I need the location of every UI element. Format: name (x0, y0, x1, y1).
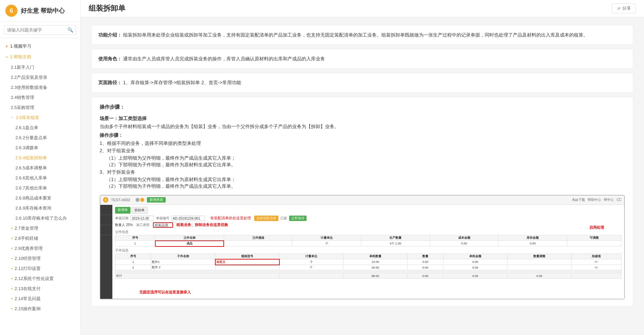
sw-code-label: 单据编号 (156, 216, 169, 221)
sidebar-item-data[interactable]: 2.3使用前数据准备 (0, 82, 80, 93)
sw-tab-disassemble[interactable]: 拆卸单 (131, 207, 148, 214)
page-title: 组装拆卸单 (89, 3, 125, 13)
sidebar-item-finance[interactable]: +2.7资金管理 (0, 223, 80, 233)
sidebar-item-stocktake[interactable]: 2.6.1盘点单 (0, 123, 80, 133)
sidebar-item-newbie[interactable]: 2.1新手入门 (0, 62, 80, 72)
sidebar-item-partial[interactable]: 2.6.2分量盘点单 (0, 133, 80, 143)
sw-topbar-id: TEST-H002 (111, 198, 130, 202)
topbar: 组装拆卸单 ↗ 分享 (80, 0, 644, 17)
logo-area: 6 好生意 帮助中心 (0, 0, 80, 22)
step2: 2、对于组装业务 (100, 148, 625, 154)
step3-sub1: （1）上部明细为父件明细，最终作为原材料生成其它出库单； (100, 177, 625, 183)
collapse-icon: − (5, 54, 8, 60)
sw-more-btns: 已新 (280, 216, 287, 221)
role-card: 使用角色： 通常由生产人员或库管人员完成拆装业务的操作，库管人员确认原材料的出库… (91, 49, 633, 69)
path-label: 页面路径： (98, 80, 122, 85)
content-area: 功能介绍： 组装拆卸单用来处理企业组装或拆卸等加工业务，支持有固定装配清单的产品… (80, 17, 644, 335)
path-text: 1、库存核算->库存管理->组装拆卸单 2、首页->常用功能 (123, 80, 241, 85)
search-input[interactable] (7, 27, 67, 33)
func-intro-label: 功能介绍： (98, 32, 122, 38)
sw-type-select[interactable]: 组装品用 (153, 222, 173, 228)
sw-tab-new[interactable]: 新增单 (115, 207, 130, 214)
sidebar: 6 好生意 帮助中心 🔍 + 1.视频学习 − 2.帮助文档 2.1新手入门 2… (0, 0, 80, 335)
annotation-label4: 无固定流序可以在这里直接录入 (139, 290, 191, 295)
sidebar-item-cost[interactable]: 2.6.5成本调整单 (0, 163, 80, 173)
search-area: 🔍 (0, 22, 80, 38)
sidebar-item-video[interactable]: + 1.视频学习 (0, 41, 80, 52)
sw-tab-bar: 新增单 拆卸单 (115, 207, 622, 214)
share-button[interactable]: ↗ 分享 (612, 3, 636, 13)
sidebar-item-faq[interactable]: +2.14常见问题 (0, 294, 80, 304)
role-label: 使用角色： (98, 56, 122, 61)
annotation-label2: 组装业务、拆卸业务在这里切换 (176, 222, 228, 227)
sidebar-item-other-in[interactable]: 2.6.6其他入库单 (0, 173, 80, 183)
share-icon: ↗ (617, 6, 621, 11)
sidebar-item-coupon[interactable]: +2.9优惠券管理 (0, 243, 80, 254)
sidebar-item-inventory[interactable]: − 2.6库存核算 (0, 113, 80, 123)
sw-btn-newadd: 新增单据 (147, 197, 166, 203)
sidebar-item-inv-error[interactable]: 2.6.10库存账本错了怎么办 (0, 213, 80, 223)
sw-nav-items: App下载 帮助中心 帮中心 CC (572, 198, 622, 202)
sw-qty-label: 数量人 25% (115, 223, 133, 227)
steps-card: 操作步骤： 场景一：加工类型选择 当由多个子件材料组装成一个成品的业务为【组装】… (91, 97, 633, 306)
steps-title: 操作步骤： (100, 104, 625, 110)
scenario1-title: 场景一：加工类型选择 (100, 116, 625, 122)
path-card: 页面路径： 1、库存核算->库存管理->组装拆卸单 2、首页->常用功能 (91, 73, 633, 93)
sw-date-label: 单据日期 (115, 216, 128, 221)
annotation-label1: 有装配清单的在这里处理 (210, 216, 251, 221)
sidebar-item-cost-calc[interactable]: 2.6.8商品成本重算 (0, 193, 80, 203)
sidebar-item-other-out[interactable]: 2.6.7其他出库单 (0, 183, 80, 193)
sidebar-item-cases[interactable]: +2.15操作案例 (0, 304, 80, 314)
collapse-icon-inventory: − (11, 115, 13, 120)
sw-upper-table-label: 父件信息 (115, 230, 622, 234)
sw-btn-select-list[interactable]: 选择装配清单 (254, 216, 278, 221)
expand-icon: + (5, 44, 8, 49)
sidebar-item-adjust[interactable]: 2.6.3调拨单 (0, 143, 80, 153)
role-text: 通常由生产人员或库管人员完成拆装业务的操作，库管人员确认原材料的出库和产成品的入… (123, 56, 325, 61)
sw-lower-table: 序号 子件名称 规格型号 计量单位 单耗数量 数量 单耗金额 数量调整 加减项 (115, 254, 622, 279)
sw-form-row2: 数量人 25% 加工类型 组装品用 组装业务、拆卸业务在这里切换 (115, 222, 622, 228)
sw-btn-save[interactable]: 立即保存 (289, 216, 307, 221)
sw-upper-table: 序号 父件名称 父件规格 计量单位 生产数量 成本金额 库存金额 可调整 (115, 235, 622, 247)
screenshot-container: 6 TEST-H002 新增单据 App下载 帮助中心 帮中心 CC (100, 195, 625, 299)
sw-dot1 (136, 198, 140, 202)
steps-sub-title: 操作步骤： (100, 132, 625, 138)
sidebar-item-sales[interactable]: 2.4销售管理 (0, 93, 80, 103)
annotation-label3: 启用处理 (589, 225, 604, 230)
sidebar-item-online-pay[interactable]: +2.13在线支付 (0, 284, 80, 294)
sidebar-item-assembly[interactable]: 2.6.4组装拆卸单 (0, 153, 80, 163)
step3: 3、对于拆装业务 (100, 169, 625, 175)
func-intro-card: 功能介绍： 组装拆卸单用来处理企业组装或拆卸等加工业务，支持有固定装配清单的产品… (91, 25, 633, 45)
step2-sub1: （1）上部明细为父件明细，最终作为产成品生成其它入库单； (100, 155, 625, 161)
step3-sub2: （2）下部明细为子件明细，最终作为产成品生成其它入库单。 (100, 183, 625, 189)
sidebar-item-system[interactable]: +2.12系统个性化设置 (0, 274, 80, 284)
step2-sub2: （2）下部明细为子件明细，最终作为原材料生成其它出库单。 (100, 162, 625, 168)
scenario1-desc: 当由多个子件材料组装成一个成品的业务为【组装】业务，当由一个父件拆分成多个子产品… (100, 124, 625, 130)
sw-type-select-label: 加工类型 (136, 223, 150, 227)
sw-code-value: AD-20191226-001 (171, 216, 205, 221)
logo-icon: 6 (5, 5, 17, 17)
sw-lower-table-label: 子件信息 (115, 248, 622, 253)
sw-dot2 (140, 198, 144, 202)
logo-text: 好生意 帮助中心 (21, 7, 65, 15)
nav-tree: + 1.视频学习 − 2.帮助文档 2.1新手入门 2.2产品安装及登录 2.3… (0, 38, 80, 335)
search-icon[interactable]: 🔍 (67, 27, 73, 33)
sw-date-value: 2019-12-26 (130, 216, 154, 221)
sw-sidebar (100, 205, 112, 299)
sw-logo: 6 (103, 197, 108, 203)
step1: 1、根据不同的业务，选择不同单据的类型来处理 (100, 141, 625, 147)
sidebar-item-mgmt[interactable]: +2.10经营管理 (0, 254, 80, 264)
main-area: 组装拆卸单 ↗ 分享 功能介绍： 组装拆卸单用来处理企业组装或拆卸等加工业务，支… (80, 0, 644, 335)
sidebar-item-purchase[interactable]: 2.5采购管理 (0, 103, 80, 113)
sidebar-item-mobile[interactable]: +2.8手机旺铺 (0, 233, 80, 243)
sidebar-item-inv-query[interactable]: 2.6.9库存账本查询 (0, 203, 80, 213)
sidebar-item-install[interactable]: 2.2产品安装及登录 (0, 72, 80, 82)
sidebar-item-docs[interactable]: − 2.帮助文档 (0, 52, 80, 62)
sw-form-row1: 单据日期 2019-12-26 单据编号 AD-20191226-001 有装配… (115, 216, 622, 221)
sidebar-item-print[interactable]: +2.11打印设置 (0, 264, 80, 274)
func-intro-text: 组装拆卸单用来处理企业组装或拆卸等加工业务，支持有固定装配清单的产品加工业务，也… (123, 32, 588, 38)
search-box: 🔍 (4, 25, 76, 35)
